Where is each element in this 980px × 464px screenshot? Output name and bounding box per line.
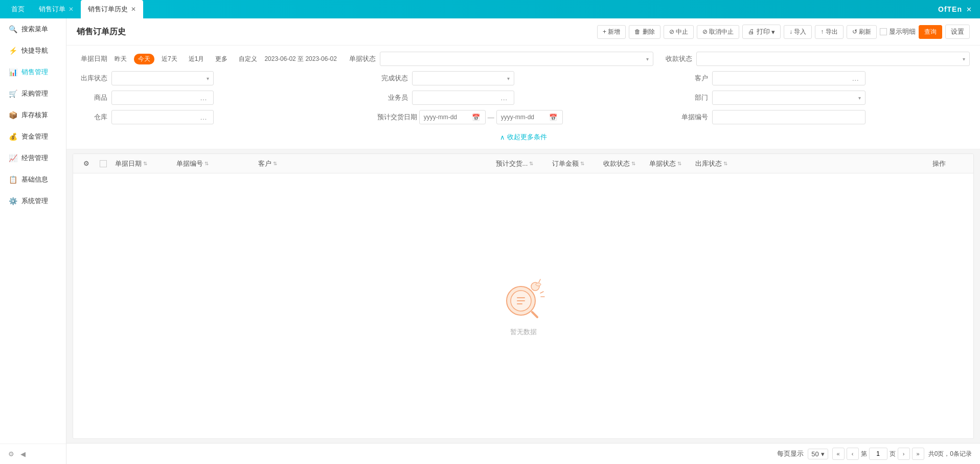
delivery-to-field[interactable]	[501, 114, 547, 121]
toolbar: + 新增 🗑 删除 ⊘ 中止 ⊘ 取消中止 🖨 打印 ▾ ↓ 导入 ↑ 导出 ↺…	[597, 25, 970, 45]
collapse-bar[interactable]: ∧ 收起更多条件	[77, 129, 970, 143]
page-input[interactable]	[869, 448, 887, 460]
main-layout: 🔍 搜索菜单 ⚡ 快捷导航 📊 销售管理 🛒 采购管理 📦 库存核算 💰 资金管…	[0, 18, 980, 464]
complete-status-chevron: ▾	[507, 76, 510, 81]
tab-close-history[interactable]: ✕	[131, 6, 136, 13]
date-filter-section: 单据日期 昨天 今天 近7天 近1月 更多 自定义 2023-06-02 至 2…	[77, 54, 337, 64]
delivery-from-field[interactable]	[424, 114, 470, 121]
bill-code-label: 单据编号	[677, 113, 708, 122]
sidebar-item-purchase[interactable]: 🛒 采购管理	[0, 83, 66, 104]
sidebar-settings-icon[interactable]: ⚙	[8, 450, 14, 458]
svg-point-7	[536, 283, 541, 286]
first-page-btn[interactable]: «	[832, 448, 845, 460]
date-tag-custom[interactable]: 自定义	[235, 54, 261, 64]
bill-code-input[interactable]	[712, 110, 865, 124]
salesman-ellipsis[interactable]: …	[498, 94, 510, 102]
salesman-input[interactable]: …	[412, 91, 514, 105]
customer-input[interactable]: …	[712, 71, 865, 85]
table-area: ⚙ 单据日期 ⇅ 单据编号 ⇅ 客户 ⇅ 预计交货...	[73, 153, 974, 439]
out-status-select[interactable]: ▾	[111, 71, 214, 85]
setting-button[interactable]: 设置	[945, 25, 970, 39]
complete-status-select[interactable]: ▾	[412, 71, 514, 85]
purchase-icon: 🛒	[8, 89, 17, 98]
date-tag-group: 昨天 今天 近7天 近1月 更多 自定义	[110, 54, 261, 64]
filter-row-3: 商品 … 业务员 … 部门	[77, 91, 970, 105]
system-icon: ⚙️	[8, 196, 17, 206]
show-detail-checkbox[interactable]	[880, 28, 887, 35]
sidebar-item-finance[interactable]: 💰 资金管理	[0, 126, 66, 147]
delete-button[interactable]: 🗑 删除	[629, 25, 660, 39]
sidebar-item-inventory[interactable]: 📦 库存核算	[0, 104, 66, 126]
print-button[interactable]: 🖨 打印 ▾	[742, 25, 781, 39]
warehouse-input[interactable]: …	[111, 110, 214, 124]
date-tag-more[interactable]: 更多	[211, 54, 232, 64]
tab-sales-order-history[interactable]: 销售订单历史 ✕	[81, 0, 143, 18]
th-gear[interactable]: ⚙	[77, 160, 96, 167]
query-button[interactable]: 查询	[919, 25, 942, 39]
sidebar-collapse-icon[interactable]: ◀	[20, 450, 26, 458]
receive-status-chevron: ▾	[963, 56, 965, 62]
brand-text: OfTEn	[938, 5, 962, 13]
sidebar-item-operations[interactable]: 📈 经营管理	[0, 147, 66, 169]
delivery-date-from-input[interactable]: 📅	[419, 110, 486, 124]
sidebar-item-search[interactable]: 🔍 搜索菜单	[0, 18, 66, 40]
refresh-button[interactable]: ↺ 刷新	[847, 25, 877, 39]
per-page-select[interactable]: 50 ▾	[808, 449, 828, 459]
th-checkbox[interactable]	[96, 160, 111, 167]
tab-sales-order[interactable]: 销售订单 ✕	[32, 0, 81, 18]
prev-page-btn[interactable]: ‹	[847, 448, 859, 460]
quick-nav-icon: ⚡	[8, 46, 17, 55]
page-title: 销售订单历史	[77, 27, 126, 43]
date-tag-today[interactable]: 今天	[134, 54, 154, 64]
receive-status-select[interactable]: ▾	[696, 52, 970, 66]
pagination: « ‹ 第 页 › »	[832, 448, 924, 460]
gear-icon[interactable]: ⚙	[83, 160, 89, 167]
receive-status-label: 收款状态	[662, 54, 692, 63]
warehouse-ellipsis[interactable]: …	[198, 113, 209, 121]
th-bill-status[interactable]: 单据状态 ⇅	[645, 159, 691, 168]
stop-button[interactable]: ⊘ 中止	[664, 25, 694, 39]
last-page-btn[interactable]: »	[912, 448, 924, 460]
product-input[interactable]: …	[111, 91, 214, 105]
inventory-icon: 📦	[8, 111, 17, 120]
delivery-date-to-input[interactable]: 📅	[496, 110, 563, 124]
date-tag-7days[interactable]: 近7天	[157, 54, 181, 64]
product-section: 商品 …	[77, 91, 369, 105]
sidebar-item-basic-info[interactable]: 📋 基础信息	[0, 169, 66, 190]
tab-home[interactable]: 首页	[4, 0, 32, 18]
th-out-status[interactable]: 出库状态 ⇅	[691, 159, 929, 168]
th-code[interactable]: 单据编号 ⇅	[172, 159, 254, 168]
window-close-icon[interactable]: ✕	[966, 6, 972, 13]
out-status-section: 出库状态 ▾	[77, 71, 369, 85]
th-customer[interactable]: 客户 ⇅	[254, 159, 492, 168]
cancel-stop-button[interactable]: ⊘ 取消中止	[697, 25, 739, 39]
date-tag-1month[interactable]: 近1月	[185, 54, 209, 64]
sidebar-item-sales[interactable]: 📊 销售管理	[0, 61, 66, 83]
per-page-value: 50	[811, 450, 818, 458]
per-page-label: 每页显示	[777, 449, 804, 458]
date-tag-yesterday[interactable]: 昨天	[110, 54, 131, 64]
export-button[interactable]: ↑ 导出	[815, 25, 843, 39]
delivery-date-label: 预计交货日期	[377, 113, 417, 122]
tab-close-sales-order[interactable]: ✕	[69, 6, 74, 13]
customer-ellipsis[interactable]: …	[850, 74, 861, 82]
sidebar-item-quick-nav[interactable]: ⚡ 快捷导航	[0, 40, 66, 61]
select-all-checkbox[interactable]	[100, 160, 107, 167]
basic-info-icon: 📋	[8, 175, 17, 184]
th-receive-status[interactable]: 收款状态 ⇅	[599, 159, 645, 168]
print-arrow-icon: ▾	[771, 28, 775, 36]
top-bar-right: OfTEn ✕	[938, 5, 976, 13]
show-detail-checkbox-group[interactable]: 显示明细	[880, 27, 916, 36]
import-button[interactable]: ↓ 导入	[784, 25, 812, 39]
next-page-btn[interactable]: ›	[898, 448, 910, 460]
sidebar-item-system[interactable]: ⚙️ 系统管理	[0, 190, 66, 212]
calendar-from-icon: 📅	[472, 114, 480, 121]
th-amount[interactable]: 订单金额 ⇅	[548, 159, 599, 168]
department-select[interactable]: ▾	[712, 91, 865, 105]
th-delivery[interactable]: 预计交货... ⇅	[492, 159, 548, 168]
new-button[interactable]: + 新增	[597, 25, 626, 39]
bill-status-select[interactable]: ▾	[380, 52, 653, 66]
th-date[interactable]: 单据日期 ⇅	[111, 159, 172, 168]
sort-customer-icon: ⇅	[273, 161, 277, 166]
product-ellipsis[interactable]: …	[198, 94, 209, 102]
